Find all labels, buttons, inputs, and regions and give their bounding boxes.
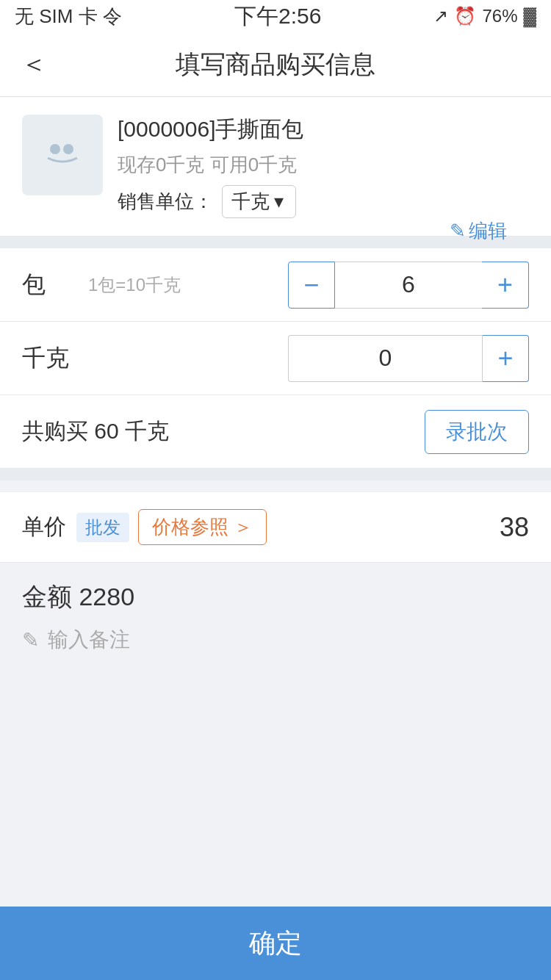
bag-input[interactable] bbox=[335, 262, 482, 309]
product-name: [0000006]手撕面包 bbox=[118, 115, 529, 145]
edit-label: 编辑 bbox=[469, 218, 507, 244]
status-time: 下午2:56 bbox=[234, 1, 321, 32]
status-bar: 无 SIM 卡 令 下午2:56 ↗ ⏰ 76% ▓ bbox=[0, 0, 551, 32]
amount-label: 金额 2280 bbox=[22, 583, 134, 610]
price-value: 38 bbox=[500, 512, 529, 543]
price-label: 单价 bbox=[22, 512, 66, 542]
separator-2 bbox=[0, 469, 551, 480]
remark-row[interactable]: ✎ 输入备注 bbox=[22, 626, 529, 654]
edit-icon: ✎ bbox=[450, 220, 466, 242]
bag-hint: 1包=10千克 bbox=[88, 273, 288, 297]
kg-plus-button[interactable]: + bbox=[482, 335, 529, 382]
amount-section: 金额 2280 ✎ 输入备注 bbox=[0, 563, 551, 666]
kg-controls: + bbox=[288, 335, 529, 382]
bottom-area bbox=[0, 666, 551, 915]
product-info: [0000006]手撕面包 现存0千克 可用0千克 销售单位： 千克 ▾ ✎ 编… bbox=[118, 115, 529, 218]
batch-button[interactable]: 录批次 bbox=[425, 410, 529, 454]
product-unit-row: 销售单位： 千克 ▾ bbox=[118, 185, 529, 218]
alarm-icon: ⏰ bbox=[454, 6, 476, 26]
summary-row: 共购买 60 千克 录批次 bbox=[0, 395, 551, 469]
battery-icon: ▓ bbox=[524, 6, 537, 26]
product-stock: 现存0千克 可用0千克 bbox=[118, 152, 529, 178]
input-section: 包 1包=10千克 − + 千克 + bbox=[0, 248, 551, 395]
edit-link[interactable]: ✎ 编辑 bbox=[450, 218, 507, 244]
bag-plus-button[interactable]: + bbox=[482, 262, 529, 309]
kg-row: 千克 + bbox=[0, 322, 551, 395]
bag-minus-button[interactable]: − bbox=[288, 262, 335, 309]
back-button[interactable]: ＜ bbox=[21, 46, 47, 82]
kg-label: 千克 bbox=[22, 342, 81, 375]
confirm-button[interactable]: 确定 bbox=[0, 907, 551, 980]
page-title: 填写商品购买信息 bbox=[176, 48, 375, 82]
bag-row: 包 1包=10千克 − + bbox=[0, 248, 551, 322]
status-right: ↗ ⏰ 76% ▓ bbox=[433, 6, 536, 26]
svg-point-1 bbox=[63, 144, 73, 154]
unit-select[interactable]: 千克 ▾ bbox=[222, 185, 296, 218]
price-tag: 批发 bbox=[76, 513, 129, 542]
price-section: 单价 批发 价格参照 ＞ 38 bbox=[0, 492, 551, 563]
location-icon: ↗ bbox=[433, 6, 448, 26]
pencil-icon: ✎ bbox=[22, 628, 39, 652]
price-ref-button[interactable]: 价格参照 ＞ bbox=[138, 509, 267, 545]
dropdown-icon: ▾ bbox=[274, 190, 284, 213]
price-row: 单价 批发 价格参照 ＞ 38 bbox=[0, 492, 551, 563]
status-left: 无 SIM 卡 令 bbox=[15, 4, 122, 29]
amount-row: 金额 2280 bbox=[22, 580, 529, 614]
unit-value: 千克 bbox=[231, 189, 270, 215]
svg-point-0 bbox=[50, 144, 60, 154]
bag-label: 包 bbox=[22, 269, 81, 301]
remark-placeholder: 输入备注 bbox=[48, 626, 130, 654]
kg-input[interactable] bbox=[288, 335, 482, 382]
bag-controls: − + bbox=[288, 262, 529, 309]
product-card: [0000006]手撕面包 现存0千克 可用0千克 销售单位： 千克 ▾ ✎ 编… bbox=[0, 97, 551, 237]
battery-text: 76% bbox=[482, 6, 517, 26]
summary-text: 共购买 60 千克 bbox=[22, 417, 169, 447]
product-image bbox=[22, 115, 103, 195]
unit-label: 销售单位： bbox=[118, 189, 213, 215]
nav-bar: ＜ 填写商品购买信息 bbox=[0, 32, 551, 97]
